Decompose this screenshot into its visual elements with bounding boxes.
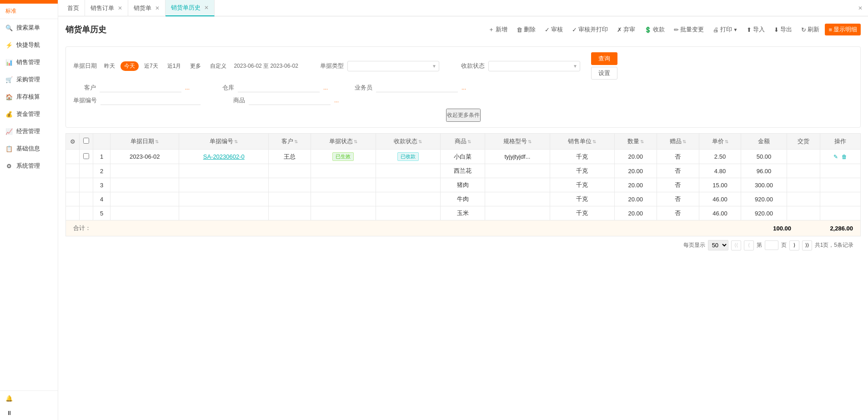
show-detail-button[interactable]: ≡ 显示明细 — [825, 24, 861, 35]
collect-button[interactable]: 💲 收款 — [641, 24, 668, 35]
salesperson-input[interactable] — [376, 83, 458, 92]
tab-sales-delivery-label: 销货单 — [134, 4, 151, 12]
customer-input[interactable] — [100, 83, 181, 92]
sidebar-item-quick-nav[interactable]: ⚡ 快捷导航 — [0, 36, 58, 54]
col-product[interactable]: 商品 ⇅ — [440, 134, 485, 150]
col-settings[interactable]: ⚙ — [66, 134, 80, 150]
salesperson-dots-btn[interactable]: ... — [462, 85, 466, 91]
basic-info-icon: 📋 — [5, 145, 13, 152]
cell-row-num-1: 2 — [93, 164, 110, 178]
quick-nav-icon: ⚡ — [5, 41, 13, 49]
date-tab-yesterday[interactable]: 昨天 — [100, 61, 119, 71]
export-button[interactable]: ⬇ 导出 — [770, 24, 796, 35]
col-unit-price[interactable]: 单价 ⇅ — [699, 134, 741, 150]
pagination-next-btn[interactable]: ⟩ — [789, 240, 799, 250]
delete-button[interactable]: 🗑 删除 — [513, 24, 539, 35]
batch-change-button[interactable]: ✏ 批量变更 — [670, 24, 707, 35]
sidebar-item-operations[interactable]: 📈 经营管理 — [0, 123, 58, 140]
product-input[interactable] — [249, 96, 331, 105]
select-all-checkbox[interactable] — [83, 138, 89, 144]
product-dots-btn[interactable]: ... — [334, 97, 339, 104]
per-page-select[interactable]: 50 — [708, 240, 728, 250]
tab-sales-order[interactable]: 销售订单 ✕ — [85, 0, 128, 16]
pagination-prev-btn[interactable]: ⟨ — [744, 240, 754, 250]
sidebar-item-basic-info-label: 基础信息 — [16, 145, 40, 153]
add-label: 新增 — [496, 25, 507, 34]
sidebar-notification-btn[interactable]: 🔔 — [0, 391, 58, 405]
doc-no-link-0[interactable]: SA-20230602-0 — [203, 153, 245, 160]
cell-doc-date-0: 2023-06-02 — [110, 150, 179, 164]
collect-status-select[interactable] — [488, 61, 580, 71]
filter-collapse-btn[interactable]: 收起更多条件 — [446, 109, 481, 122]
import-button[interactable]: ⬆ 导入 — [743, 24, 768, 35]
sidebar-item-system[interactable]: ⚙ 系统管理 — [0, 157, 58, 175]
cell-unit-4: 千克 — [550, 206, 614, 220]
tab-sales-order-close[interactable]: ✕ — [118, 5, 122, 11]
cell-doc-no-4 — [179, 206, 269, 220]
customer-dots-btn[interactable]: ... — [185, 85, 190, 91]
sidebar-item-search-menu[interactable]: 🔍 搜索菜单 — [0, 19, 58, 36]
cell-actions-1 — [820, 164, 861, 178]
cell-doc-no-3 — [179, 192, 269, 206]
cell-collect-status-1 — [376, 164, 440, 178]
cell-gift-2: 否 — [657, 178, 699, 192]
sidebar-item-inventory[interactable]: 🏠 库存核算 — [0, 88, 58, 105]
filter-product: 商品 ... — [222, 96, 339, 105]
pagination-first-btn[interactable]: ⟨⟨ — [731, 240, 741, 250]
tab-sales-history-close[interactable]: ✕ — [204, 5, 209, 11]
cell-amount-2: 300.00 — [741, 178, 787, 192]
add-button[interactable]: ＋ 新增 — [485, 24, 511, 35]
audit-button[interactable]: ✓ 审核 — [541, 24, 567, 35]
delete-btn-0[interactable]: 🗑 — [841, 154, 848, 160]
audit-print-button[interactable]: ✓ 审核并打印 — [568, 24, 612, 35]
tab-home[interactable]: 首页 — [62, 0, 85, 16]
set-button[interactable]: 设置 — [591, 67, 617, 80]
print-button[interactable]: 🖨 打印 ▼ — [709, 24, 742, 35]
refresh-button[interactable]: ↻ 刷新 — [798, 24, 823, 35]
sidebar-item-purchase-mgmt[interactable]: 🛒 采购管理 — [0, 71, 58, 88]
customer-sort-icon: ⇅ — [294, 139, 298, 144]
warehouse-input[interactable] — [238, 83, 320, 92]
col-collect-status[interactable]: 收款状态 ⇅ — [376, 134, 440, 150]
page-input[interactable]: 1 — [765, 240, 778, 250]
sidebar-item-sales-mgmt[interactable]: 📊 销售管理 — [0, 54, 58, 71]
date-range-value[interactable]: 2023-06-02 至 2023-06-02 — [234, 62, 298, 70]
col-doc-no[interactable]: 单据编号 ⇅ — [179, 134, 269, 150]
sidebar-pause-btn[interactable]: ⏸ — [0, 405, 58, 420]
query-button[interactable]: 查询 — [591, 52, 617, 65]
tab-sales-history[interactable]: 销货单历史 ✕ — [166, 0, 215, 16]
col-doc-date[interactable]: 单据日期 ⇅ — [110, 134, 179, 150]
col-spec[interactable]: 规格型号 ⇅ — [485, 134, 550, 150]
cell-doc-status-0: 已生效 — [311, 150, 376, 164]
filter-warehouse: 仓库 ... — [211, 83, 328, 92]
pagination-last-btn[interactable]: ⟩⟩ — [802, 240, 812, 250]
doc-type-select[interactable] — [347, 61, 439, 71]
row-checkbox-0[interactable] — [83, 153, 89, 159]
unit-sort-icon: ⇅ — [592, 139, 596, 144]
warehouse-dots-btn[interactable]: ... — [323, 85, 328, 91]
date-tab-7days[interactable]: 近7天 — [140, 61, 162, 71]
date-tab-1month[interactable]: 近1月 — [164, 61, 185, 71]
col-quantity[interactable]: 数量 ⇅ — [614, 134, 657, 150]
cell-doc-no-0: SA-20230602-0 — [179, 150, 269, 164]
tab-sales-delivery-close[interactable]: ✕ — [155, 5, 160, 11]
abandon-button[interactable]: ✗ 弃审 — [613, 24, 639, 35]
salesperson-label: 业务员 — [350, 84, 372, 92]
sidebar-item-basic-info[interactable]: 📋 基础信息 — [0, 140, 58, 157]
sidebar-item-finance[interactable]: 💰 资金管理 — [0, 105, 58, 123]
close-all-tabs-btn[interactable]: ✕ — [856, 3, 864, 13]
tab-sales-delivery[interactable]: 销货单 ✕ — [128, 0, 166, 16]
cell-collect-status-4 — [376, 206, 440, 220]
col-customer[interactable]: 客户 ⇅ — [269, 134, 311, 150]
import-icon: ⬆ — [747, 26, 752, 33]
edit-btn-0[interactable]: ✎ — [833, 154, 839, 160]
audit-icon: ✓ — [545, 26, 550, 33]
date-tab-custom[interactable]: 自定义 — [206, 61, 230, 71]
date-tab-today[interactable]: 今天 — [120, 61, 139, 71]
doc-no-input[interactable] — [100, 96, 201, 105]
col-doc-status[interactable]: 单据状态 ⇅ — [311, 134, 376, 150]
col-gift[interactable]: 赠品 ⇅ — [657, 134, 699, 150]
col-unit[interactable]: 销售单位 ⇅ — [550, 134, 614, 150]
cell-quantity-3: 20.00 — [614, 192, 657, 206]
date-tab-more[interactable]: 更多 — [186, 61, 205, 71]
